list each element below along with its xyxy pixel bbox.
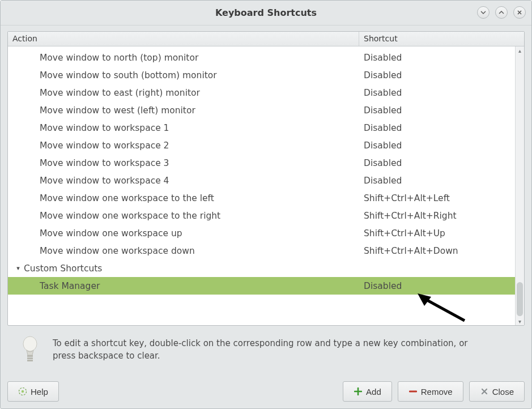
- chevron-up-icon: [499, 10, 504, 15]
- svg-rect-2: [27, 357, 33, 359]
- scroll-down-icon[interactable]: ▾: [516, 317, 524, 325]
- table-row[interactable]: Move window to workspace 2 Disabled: [8, 137, 515, 154]
- row-shortcut: Disabled: [364, 158, 402, 168]
- svg-point-5: [22, 390, 24, 393]
- row-action: Move window to east (right) monitor: [40, 88, 200, 98]
- table-row[interactable]: Move window to south (bottom) monitor Di…: [8, 66, 515, 84]
- window-title: Keyboard Shortcuts: [215, 7, 317, 18]
- chevron-down-icon: [480, 10, 486, 15]
- row-shortcut: Shift+Ctrl+Alt+Left: [364, 193, 450, 203]
- row-shortcut: Disabled: [364, 53, 402, 63]
- table-row[interactable]: Move window to workspace 1 Disabled: [8, 119, 515, 137]
- close-x-icon: [480, 387, 489, 396]
- add-button-label: Add: [366, 387, 381, 397]
- svg-point-0: [23, 336, 37, 351]
- help-button[interactable]: Help: [7, 381, 59, 402]
- keyboard-shortcuts-window: Keyboard Shortcuts Action Shortcut: [0, 0, 532, 409]
- table-row[interactable]: Move window one workspace down Shift+Ctr…: [8, 242, 515, 259]
- group-custom-shortcuts[interactable]: ▾ Custom Shortcuts: [8, 259, 515, 277]
- vertical-scrollbar[interactable]: ▴ ▾: [515, 46, 524, 325]
- close-button-label: Close: [492, 387, 514, 397]
- table-row[interactable]: Move window to workspace 4 Disabled: [8, 172, 515, 189]
- row-action: Move window to workspace 3: [40, 158, 169, 168]
- tree-body: Move window to center of screen Ctrl+Alt…: [8, 46, 524, 325]
- svg-rect-3: [27, 360, 33, 361]
- row-action: Task Manager: [40, 281, 100, 291]
- row-action: Move window to workspace 2: [40, 140, 169, 151]
- close-icon: [517, 10, 522, 15]
- row-shortcut: Disabled: [364, 70, 402, 80]
- minus-icon: [408, 387, 418, 396]
- help-icon: [18, 387, 27, 396]
- row-action: Move window to west (left) monitor: [40, 105, 195, 116]
- expander-icon[interactable]: ▾: [14, 264, 23, 273]
- row-shortcut: Disabled: [364, 176, 402, 186]
- scroll-thumb[interactable]: [517, 282, 523, 316]
- close-button[interactable]: Close: [469, 381, 525, 402]
- add-button[interactable]: Add: [343, 381, 392, 402]
- minimize-button[interactable]: [477, 6, 490, 19]
- table-row[interactable]: Move window to north (top) monitor Disab…: [8, 49, 515, 66]
- maximize-button[interactable]: [495, 6, 508, 19]
- table-row[interactable]: Move window to west (left) monitor Disab…: [8, 101, 515, 119]
- column-header-action[interactable]: Action: [8, 32, 359, 46]
- lightbulb-icon: [18, 334, 42, 365]
- table-row[interactable]: Move window one workspace to the right S…: [8, 207, 515, 224]
- row-action: Move window one workspace to the right: [40, 211, 220, 221]
- row-shortcut: Disabled: [364, 140, 402, 151]
- row-action: Move window one workspace to the left: [40, 193, 214, 203]
- group-label: Custom Shortcuts: [24, 263, 102, 274]
- row-action: Move window to workspace 1: [40, 123, 169, 133]
- row-action: Move window one workspace down: [40, 246, 195, 256]
- row-shortcut: Shift+Ctrl+Alt+Down: [364, 246, 458, 256]
- hint-text: To edit a shortcut key, double-click on …: [53, 337, 483, 363]
- row-shortcut: Shift+Ctrl+Alt+Right: [364, 211, 457, 221]
- row-shortcut: Disabled: [364, 123, 402, 133]
- remove-button-label: Remove: [421, 387, 453, 397]
- svg-rect-1: [27, 355, 33, 357]
- table-row[interactable]: Move window one workspace up Shift+Ctrl+…: [8, 224, 515, 242]
- dialog-content: Action Shortcut Move window to center of…: [1, 25, 531, 378]
- table-row[interactable]: Move window to workspace 3 Disabled: [8, 154, 515, 172]
- window-controls: [477, 6, 526, 19]
- hint-row: To edit a shortcut key, double-click on …: [7, 326, 525, 371]
- button-row: Help Add Remove Close: [1, 378, 531, 408]
- row-shortcut: Disabled: [364, 105, 402, 116]
- row-shortcut: Disabled: [364, 281, 402, 291]
- table-row-selected[interactable]: Task Manager Disabled: [8, 277, 515, 295]
- remove-button[interactable]: Remove: [398, 381, 463, 402]
- titlebar: Keyboard Shortcuts: [1, 1, 531, 25]
- row-action: Move window one workspace up: [40, 228, 182, 238]
- tree-rows: Move window to center of screen Ctrl+Alt…: [8, 46, 515, 295]
- row-shortcut: Disabled: [364, 88, 402, 98]
- column-header-shortcut[interactable]: Shortcut: [359, 32, 524, 46]
- help-button-label: Help: [31, 387, 48, 397]
- row-action: Move window to workspace 4: [40, 176, 169, 186]
- plus-icon: [354, 387, 363, 396]
- table-row[interactable]: Move window to east (right) monitor Disa…: [8, 84, 515, 101]
- tree-rows-viewport[interactable]: Move window to center of screen Ctrl+Alt…: [8, 46, 515, 325]
- row-shortcut: Shift+Ctrl+Alt+Up: [364, 228, 445, 238]
- window-close-button[interactable]: [513, 6, 526, 19]
- row-action: Move window to north (top) monitor: [40, 53, 198, 63]
- scroll-up-icon[interactable]: ▴: [516, 46, 524, 54]
- shortcuts-tree: Action Shortcut Move window to center of…: [7, 31, 525, 326]
- table-row[interactable]: Move window one workspace to the left Sh…: [8, 189, 515, 207]
- row-action: Move window to south (bottom) monitor: [40, 70, 217, 80]
- table-header: Action Shortcut: [8, 32, 524, 46]
